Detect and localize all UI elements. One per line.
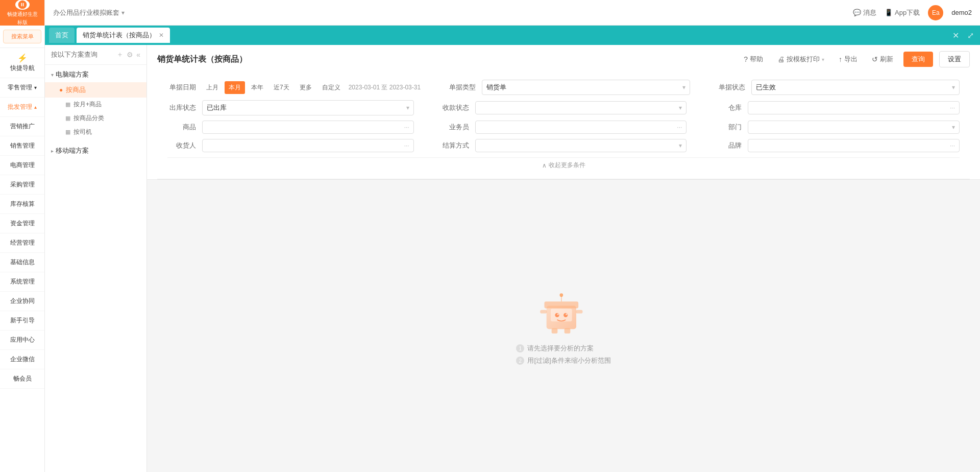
date-tab-custom[interactable]: 自定义 — [318, 81, 345, 94]
export-button[interactable]: ↑ 导出 — [835, 53, 862, 66]
quick-nav-icon: ⚡ — [17, 53, 28, 63]
warehouse-control[interactable]: ··· — [748, 101, 960, 114]
sidebar-item-label-inventory: 库存核算 — [10, 200, 35, 208]
receive-status-arrow-icon: ▾ — [679, 104, 682, 111]
sidebar-item-label-wechat: 企业微信 — [10, 355, 35, 364]
department-control[interactable]: ▾ — [748, 121, 960, 134]
sidebar-item-label-operation: 经营管理 — [10, 239, 35, 247]
date-tab-this-month[interactable]: 本月 — [225, 81, 245, 94]
sidebar-item-basic[interactable]: 基础信息 — [0, 253, 44, 272]
top-bar-right: 💬 消息 📱 App下载 Ea demo2 — [853, 5, 972, 20]
avatar: Ea — [928, 5, 943, 20]
settings-scheme-icon[interactable]: ⚙ — [127, 51, 133, 59]
product-control[interactable]: ··· — [202, 121, 414, 134]
recipient-control[interactable]: ··· — [202, 139, 414, 152]
collapse-panel-icon[interactable]: « — [136, 51, 140, 59]
salesperson-control[interactable]: ··· — [475, 121, 687, 134]
tab-report[interactable]: 销货单统计表（按商品） ✕ — [77, 28, 170, 43]
sidebar-item-guide[interactable]: 新手引导 — [0, 311, 44, 331]
by-product-icon: ● — [59, 86, 63, 93]
out-status-value: 已出库 — [207, 103, 406, 112]
refresh-icon: ↺ — [872, 55, 878, 63]
out-status-label: 出库状态 — [167, 103, 196, 112]
date-tab-7days[interactable]: 近7天 — [270, 81, 293, 94]
logo-icon — [15, 0, 30, 10]
filter-row-3: 商品 ··· 业务员 ··· 部门 ▾ — [167, 121, 960, 134]
main-content: 1 请先选择要分析的方案 2 用[过滤]条件来缩小分析范围 — [147, 180, 980, 472]
doc-type-control[interactable]: 销货单 ▾ — [482, 80, 690, 95]
print-button[interactable]: 🖨 按模板打印 ▾ — [773, 53, 828, 66]
sidebar-item-finance[interactable]: 资金管理 — [0, 214, 44, 233]
sidebar: 畅捷通好生意 标版 搜索菜单 ⚡ 快捷导航 零售管理 ▾ 批发管理 ▴ 营销推广… — [0, 0, 45, 472]
sidebar-item-wholesale[interactable]: 批发管理 ▴ — [0, 98, 44, 117]
tab-home[interactable]: 首页 — [49, 28, 75, 43]
sidebar-item-retail[interactable]: 零售管理 ▾ — [0, 78, 44, 98]
product-label: 商品 — [167, 123, 196, 132]
message-button[interactable]: 💬 消息 — [853, 8, 876, 17]
scheme-item-by-product[interactable]: ● 按商品 — [45, 82, 146, 98]
sidebar-item-label-retail: 零售管理 — [8, 83, 32, 92]
date-tab-more[interactable]: 更多 — [296, 81, 316, 94]
sub-scheme-label-driver: 按司机 — [74, 128, 92, 136]
refresh-button[interactable]: ↺ 刷新 — [868, 53, 897, 66]
sidebar-item-quick-nav[interactable]: ⚡ 快捷导航 — [0, 48, 44, 78]
pc-group-title[interactable]: ▾ 电脑端方案 — [45, 67, 146, 82]
sidebar-item-ecommerce[interactable]: 电商管理 — [0, 156, 44, 175]
sidebar-item-purchase[interactable]: 采购管理 — [0, 175, 44, 195]
receive-status-label: 收款状态 — [440, 103, 469, 112]
doc-status-control[interactable]: 已生效 ▾ — [751, 80, 960, 95]
doc-status-label: 单据状态 — [717, 83, 745, 92]
sidebar-item-inventory[interactable]: 库存核算 — [0, 195, 44, 214]
date-tab-this-year[interactable]: 本年 — [247, 81, 267, 94]
payment-control[interactable]: ▾ — [475, 139, 687, 152]
collapse-chevron-icon: ∧ — [542, 162, 547, 169]
brand-label: 品牌 — [713, 141, 742, 150]
by-category-icon: ▦ — [65, 115, 70, 122]
collapse-filter-button[interactable]: ∧ 收起更多条件 — [167, 157, 960, 173]
tab-close-icon[interactable]: ✕ — [159, 32, 164, 39]
sidebar-item-label-system: 系统管理 — [10, 277, 35, 286]
svg-point-4 — [564, 313, 568, 317]
svg-point-5 — [557, 314, 558, 315]
user-name[interactable]: demo2 — [951, 9, 972, 16]
help-icon: ? — [744, 55, 748, 63]
query-button[interactable]: 查询 — [903, 52, 933, 67]
help-button[interactable]: ? 帮助 — [740, 53, 767, 66]
out-status-control[interactable]: 已出库 ▾ — [202, 100, 414, 115]
sidebar-item-operation[interactable]: 经营管理 — [0, 233, 44, 253]
search-menu-button[interactable]: 搜索菜单 — [3, 30, 41, 43]
sidebar-item-apps[interactable]: 应用中心 — [0, 331, 44, 350]
mobile-group-title[interactable]: ▸ 移动端方案 — [45, 143, 146, 158]
app-download-button[interactable]: 📱 App下载 — [885, 8, 920, 17]
close-tab-button[interactable]: ✕ — [950, 29, 961, 42]
maximize-button[interactable]: ⤢ — [965, 29, 976, 42]
by-month-product-icon: ▦ — [65, 101, 70, 108]
sidebar-item-wechat[interactable]: 企业微信 — [0, 350, 44, 369]
sidebar-search-area: 搜索菜单 — [0, 26, 44, 48]
filter-row-2: 出库状态 已出库 ▾ 收款状态 ▾ 仓库 ·· — [167, 100, 960, 115]
receive-status-control[interactable]: ▾ — [475, 101, 687, 114]
sidebar-item-enterprise[interactable]: 企业协同 — [0, 292, 44, 311]
payment-arrow-icon: ▾ — [679, 142, 682, 149]
svg-rect-10 — [576, 310, 582, 314]
svg-rect-8 — [565, 328, 571, 334]
brand-control[interactable]: ··· — [748, 139, 960, 152]
sidebar-item-label-member: 畅会员 — [13, 374, 32, 383]
date-tab-last-month[interactable]: 上月 — [202, 81, 223, 94]
scheme-item-by-month-product[interactable]: ▦ 按月+商品 — [45, 98, 146, 111]
sidebar-item-label-quick: 快捷导航 — [10, 64, 35, 73]
svg-rect-9 — [540, 310, 547, 314]
sidebar-item-system[interactable]: 系统管理 — [0, 272, 44, 292]
add-scheme-icon[interactable]: ＋ — [116, 50, 124, 59]
sidebar-item-sales[interactable]: 销售管理 — [0, 136, 44, 156]
department-arrow-icon: ▾ — [952, 124, 955, 131]
settings-button[interactable]: 设置 — [939, 51, 970, 67]
sidebar-item-member[interactable]: 畅会员 — [0, 369, 44, 389]
message-icon: 💬 — [853, 9, 861, 16]
logo: 畅捷通好生意 标版 — [0, 0, 44, 26]
scheme-item-by-driver[interactable]: ▦ 按司机 — [45, 125, 146, 139]
sidebar-item-marketing[interactable]: 营销推广 — [0, 117, 44, 136]
sidebar-item-label-apps: 应用中心 — [10, 336, 35, 344]
scheme-item-by-category[interactable]: ▦ 按商品分类 — [45, 111, 146, 125]
salesperson-label: 业务员 — [440, 123, 469, 132]
